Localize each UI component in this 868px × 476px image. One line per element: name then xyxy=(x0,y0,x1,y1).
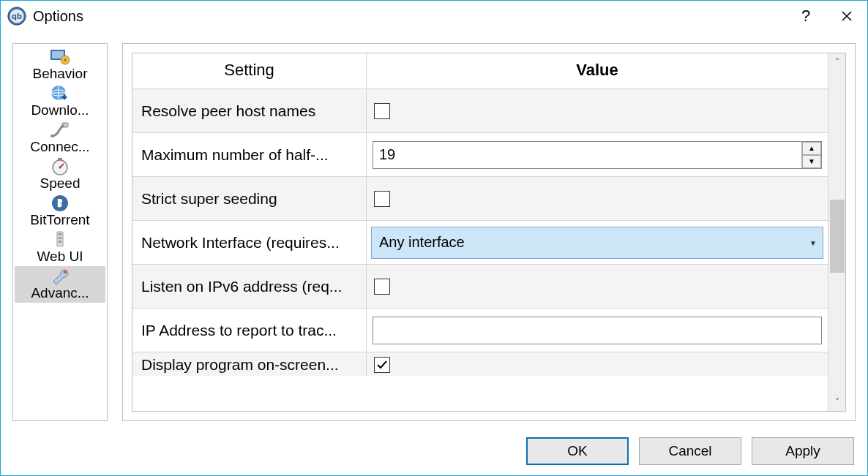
window-title: Options xyxy=(33,8,83,25)
chevron-down-icon: ▼ xyxy=(809,238,817,246)
scrollbar-thumb[interactable] xyxy=(830,200,845,273)
sidebar-item-bittorrent[interactable]: BitTorrent xyxy=(15,193,105,230)
setting-label: Network Interface (requires... xyxy=(132,221,367,264)
server-icon xyxy=(48,230,72,250)
setting-label: Resolve peer host names xyxy=(132,89,367,132)
listen-ipv6-checkbox[interactable] xyxy=(374,279,390,295)
column-header-value[interactable]: Value xyxy=(367,53,828,88)
spinner-up-icon[interactable]: ▲ xyxy=(802,142,821,155)
settings-panel: Setting Value Resolve peer host names Ma… xyxy=(122,43,856,421)
wrench-icon xyxy=(48,266,72,287)
sidebar-item-label: BitTorrent xyxy=(30,212,89,228)
setting-row: Resolve peer host names xyxy=(132,89,828,133)
sidebar-item-label: Speed xyxy=(40,175,81,192)
max-half-open-spinner[interactable]: 19 ▲ ▼ xyxy=(373,141,822,169)
setting-label: Listen on IPv6 address (req... xyxy=(132,265,367,308)
options-window: qb Options ? Behavior Downlo... xyxy=(0,0,868,476)
sidebar-item-label: Downlo... xyxy=(31,102,89,118)
apply-button[interactable]: Apply xyxy=(752,437,854,465)
setting-row: Network Interface (requires... Any inter… xyxy=(132,221,828,265)
sidebar-item-label: Connec... xyxy=(30,139,89,155)
setting-row: Strict super seeding xyxy=(132,177,828,221)
sidebar-item-label: Advanc... xyxy=(31,285,89,301)
sidebar-item-speed[interactable]: Speed xyxy=(15,156,105,193)
setting-label: Display program on-screen... xyxy=(132,352,367,376)
setting-row: IP Address to report to trac... xyxy=(132,309,828,352)
svg-point-13 xyxy=(59,167,61,169)
app-icon: qb xyxy=(7,6,27,26)
cancel-button[interactable]: Cancel xyxy=(639,437,741,465)
settings-grid: Setting Value Resolve peer host names Ma… xyxy=(132,53,846,412)
plug-icon xyxy=(48,120,72,140)
resolve-peer-hostnames-checkbox[interactable] xyxy=(374,103,390,119)
setting-row: Display program on-screen... xyxy=(132,352,828,376)
bittorrent-icon xyxy=(48,193,72,214)
svg-text:qb: qb xyxy=(12,12,22,20)
sidebar-item-label: Web UI xyxy=(37,249,83,265)
strict-super-seeding-checkbox[interactable] xyxy=(374,191,390,207)
column-header-setting[interactable]: Setting xyxy=(132,53,367,88)
svg-rect-18 xyxy=(59,241,61,243)
sidebar-item-downloads[interactable]: Downlo... xyxy=(15,83,105,120)
svg-rect-16 xyxy=(59,233,61,235)
dialog-buttons: OK Cancel Apply xyxy=(1,428,867,475)
ip-report-input[interactable] xyxy=(373,317,822,344)
sidebar-item-advanced[interactable]: Advanc... xyxy=(15,266,105,303)
vertical-scrollbar[interactable]: ˄ ˅ xyxy=(828,53,845,411)
sidebar-item-behavior[interactable]: Behavior xyxy=(15,47,105,83)
help-button[interactable]: ? xyxy=(785,1,826,31)
svg-rect-12 xyxy=(58,158,62,160)
setting-row: Listen on IPv6 address (req... xyxy=(132,265,828,309)
ok-button[interactable]: OK xyxy=(526,437,629,465)
svg-rect-17 xyxy=(59,237,61,239)
grid-header: Setting Value xyxy=(132,53,828,89)
setting-label: Strict super seeding xyxy=(132,177,367,220)
svg-point-10 xyxy=(50,135,53,137)
sidebar-item-connection[interactable]: Connec... xyxy=(15,120,105,156)
scroll-down-icon[interactable]: ˅ xyxy=(828,393,845,411)
dialog-body: Behavior Downlo... Connec... Speed xyxy=(1,31,867,428)
setting-label: IP Address to report to trac... xyxy=(132,309,367,352)
titlebar: qb Options ? xyxy=(1,1,867,31)
stopwatch-icon xyxy=(48,156,72,177)
sidebar-item-label: Behavior xyxy=(33,66,88,82)
category-sidebar: Behavior Downlo... Connec... Speed xyxy=(12,43,108,421)
gear-monitor-icon xyxy=(48,47,72,67)
spinner-value[interactable]: 19 xyxy=(373,143,801,166)
network-interface-dropdown[interactable]: Any interface ▼ xyxy=(371,227,823,259)
display-onscreen-checkbox[interactable] xyxy=(374,357,390,373)
spinner-down-icon[interactable]: ▼ xyxy=(802,155,821,168)
svg-point-6 xyxy=(64,58,67,61)
dropdown-value: Any interface xyxy=(379,234,465,251)
globe-download-icon xyxy=(48,83,72,104)
setting-label: Maximum number of half-... xyxy=(132,133,367,176)
close-button[interactable] xyxy=(826,1,867,31)
sidebar-item-webui[interactable]: Web UI xyxy=(15,230,105,266)
setting-row: Maximum number of half-... 19 ▲ ▼ xyxy=(132,133,828,177)
scroll-up-icon[interactable]: ˄ xyxy=(828,53,845,71)
